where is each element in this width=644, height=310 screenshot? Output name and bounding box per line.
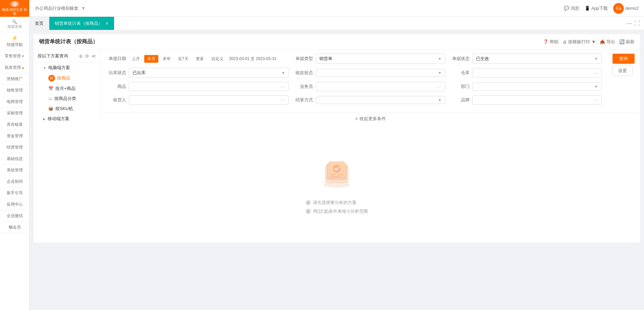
collapse-row[interactable]: ∧ 收起更多条件 xyxy=(101,113,640,124)
ecommerce-label: 电商管理 xyxy=(1,99,28,105)
tree-mobile[interactable]: ▶ 移动端方案 xyxy=(39,114,100,124)
doc-status-select[interactable]: 已生效 ▼ xyxy=(472,54,602,64)
print-btn[interactable]: 🖨 按模板打印 ▼ xyxy=(562,39,596,45)
app-download-btn[interactable]: 📱 App下载 xyxy=(585,5,608,11)
recipient-dots-icon[interactable]: ··· xyxy=(280,97,285,103)
settle-select[interactable]: ▼ xyxy=(316,96,445,104)
date-btn-last-month[interactable]: 上月 xyxy=(129,55,143,63)
sidebar-member[interactable]: 畅会员 xyxy=(0,222,29,233)
sidebar: 畅捷·便好生意 标版 🔍 搜索菜单 ⚡ 快捷导航 零售管理 ▼ 批发管理 ▲ 营… xyxy=(0,0,30,310)
brand-select[interactable]: ··· xyxy=(472,95,602,105)
tree-desktop-label: 电脑端方案 xyxy=(48,65,70,71)
tab-active[interactable]: 销货单统计表（按商品） ✕ xyxy=(49,17,114,30)
query-button[interactable]: 查询 xyxy=(612,54,635,64)
sidebar-wechat[interactable]: 企业微信 xyxy=(0,210,29,222)
user-name: demo2 xyxy=(625,6,639,11)
settle-label: 结算方式 xyxy=(293,97,313,103)
sidebar-retail[interactable]: 零售管理 ▼ xyxy=(0,51,29,62)
tip-1: 请先选择要分析的方案 xyxy=(313,198,357,207)
marketing-label: 营销推广 xyxy=(1,76,28,82)
out-status-select[interactable]: 已出库 ▼ xyxy=(129,68,289,78)
tree-node-by-product[interactable]: 按 按商品 xyxy=(44,73,100,84)
payment-status-select[interactable]: ▼ xyxy=(316,69,445,77)
quick-nav-label: 快捷导航 xyxy=(1,42,28,48)
sidebar-ops[interactable]: 经营管理 xyxy=(0,142,29,153)
sidebar-wholesale[interactable]: 批发管理 ▲ xyxy=(0,62,29,73)
sidebar-finance[interactable]: 资金管理 xyxy=(0,131,29,142)
filter-brand-field: 品牌 ··· xyxy=(449,95,602,105)
warehouse-select[interactable]: ··· xyxy=(472,68,602,78)
account-name[interactable]: 办公用品行业模拟账套 xyxy=(35,5,78,11)
salesperson-select[interactable]: ··· xyxy=(316,82,445,91)
out-status-value: 已出库 xyxy=(132,70,146,76)
form-and-btns: 单据日期 上月 本月 本年 近7天 更多 自定义 xyxy=(101,50,640,113)
refresh-label: 刷新 xyxy=(626,39,635,45)
sidebar-purchase[interactable]: 采购管理 xyxy=(0,108,29,119)
sidebar-basic[interactable]: 基础信息 xyxy=(0,153,29,165)
month-icon: 📅 xyxy=(48,86,53,91)
date-btn-this-month[interactable]: 本月 xyxy=(144,55,158,63)
tree-node-by-category[interactable]: 🗂 按商品分类 xyxy=(44,94,100,104)
sidebar-inventory[interactable]: 库存核算 xyxy=(0,119,29,131)
tree-node-by-sku[interactable]: 📦 按SKU机 xyxy=(44,104,100,114)
payment-status-arrow-icon: ▼ xyxy=(438,71,442,75)
sidebar-system[interactable]: 系统管理 xyxy=(0,165,29,176)
sidebar-enterprise[interactable]: 企业协同 xyxy=(0,176,29,188)
filter-panel-icons: ⊕ ⚙ ≪ xyxy=(79,53,96,59)
set-button[interactable]: 设置 xyxy=(612,66,633,76)
message-btn[interactable]: 💬 消息 xyxy=(564,5,579,11)
sidebar-search[interactable]: 🔍 搜索菜单 xyxy=(0,17,29,32)
svg-rect-6 xyxy=(330,174,335,175)
sidebar-marketing[interactable]: 营销推广 xyxy=(0,73,29,85)
dept-select[interactable]: ▼ xyxy=(472,83,602,91)
tabs-actions: — ⛶ xyxy=(623,17,644,30)
tip-num-2: ② xyxy=(306,209,311,214)
sidebar-ecommerce[interactable]: 电商管理 xyxy=(0,96,29,108)
date-btn-this-year[interactable]: 本年 xyxy=(160,55,174,63)
filter-form: 单据日期 上月 本月 本年 近7天 更多 自定义 xyxy=(101,50,607,113)
user-avatar-btn[interactable]: Ea demo2 xyxy=(613,3,639,14)
recipient-select[interactable]: ··· xyxy=(129,95,289,105)
node-by-sku-label: 按SKU机 xyxy=(55,106,73,112)
product-select[interactable]: ··· xyxy=(129,82,289,91)
export-btn[interactable]: 📤 导出 xyxy=(600,39,615,45)
filter-out-status-field: 出库状态 已出库 ▼ xyxy=(106,68,289,78)
tab-minimize-icon[interactable]: — xyxy=(627,20,632,27)
refresh-btn[interactable]: 🔄 刷新 xyxy=(619,39,635,45)
tab-close-icon[interactable]: ✕ xyxy=(105,21,109,26)
filter-doc-type-field: 单据类型 销货单 ▼ xyxy=(293,54,445,64)
doc-type-select[interactable]: 销货单 ▼ xyxy=(316,54,445,64)
dropdown-icon: ▼ xyxy=(81,6,86,11)
page-actions: ❓ 帮助 🖨 按模板打印 ▼ 📤 导出 🔄 刷新 xyxy=(543,39,635,45)
sidebar-newuser[interactable]: 新手引导 xyxy=(0,188,29,199)
date-btn-7days[interactable]: 近7天 xyxy=(175,55,192,63)
tab-maximize-icon[interactable]: ⛶ xyxy=(635,20,640,27)
payment-status-label: 收款状态 xyxy=(293,70,313,76)
collapse-panel-icon[interactable]: ≪ xyxy=(91,53,96,59)
sidebar-quick-nav[interactable]: ⚡ 快捷导航 xyxy=(0,32,29,51)
sidebar-appcenter[interactable]: 应用中心 xyxy=(0,199,29,210)
warehouse-dots-icon[interactable]: ··· xyxy=(593,70,598,75)
date-btn-more[interactable]: 更多 xyxy=(193,55,207,63)
tree-desktop-children: 按 按商品 📅 按月+商品 🗂 按商品分类 xyxy=(39,73,100,114)
sidebar-sales[interactable]: 销售管理 xyxy=(0,85,29,96)
product-dots-icon[interactable]: ··· xyxy=(280,84,285,89)
tree-desktop[interactable]: ▼ 电脑端方案 xyxy=(39,63,100,73)
wholesale-label: 批发管理 xyxy=(5,65,21,70)
settings-scheme-icon[interactable]: ⚙ xyxy=(85,53,89,59)
logo-icon xyxy=(10,1,19,7)
brand-dots-icon[interactable]: ··· xyxy=(593,97,598,103)
empty-icon xyxy=(317,151,357,192)
message-label: 消息 xyxy=(571,5,579,11)
svg-rect-8 xyxy=(330,176,340,177)
doc-type-label: 单据类型 xyxy=(293,56,313,62)
tree-node-by-month-product[interactable]: 📅 按月+商品 xyxy=(44,84,100,94)
wechat-label: 企业微信 xyxy=(1,213,28,219)
date-btn-custom[interactable]: 自定义 xyxy=(208,55,226,63)
filter-salesperson-field: 业务员 ··· xyxy=(293,82,445,91)
salesperson-dots-icon[interactable]: ··· xyxy=(437,84,442,89)
add-scheme-icon[interactable]: ⊕ xyxy=(79,53,83,59)
tab-home[interactable]: 首页 xyxy=(30,17,49,30)
help-btn[interactable]: ❓ 帮助 xyxy=(543,39,558,45)
page-title-bar: 销货单统计表（按商品） ❓ 帮助 🖨 按模板打印 ▼ 📤 导出 xyxy=(34,34,640,50)
